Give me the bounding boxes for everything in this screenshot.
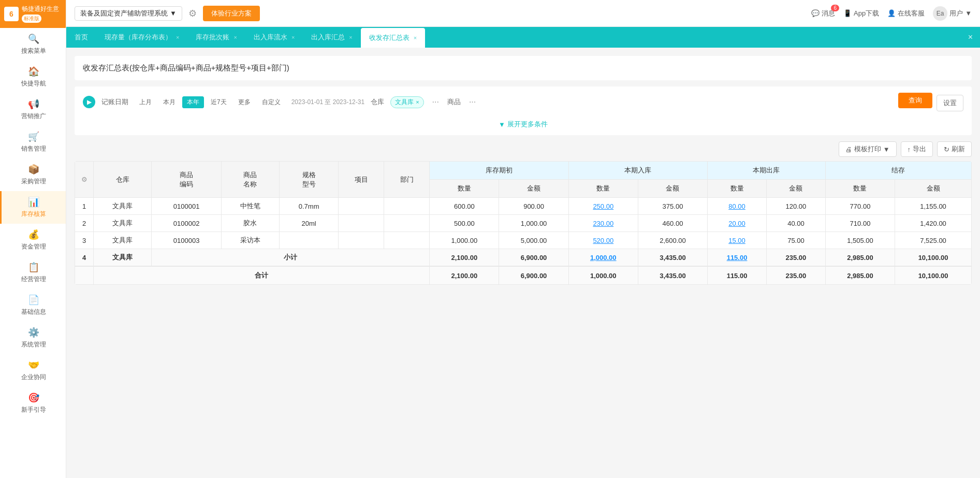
sidebar-icon: 🏠 (28, 66, 39, 77)
tab-close-icon[interactable]: × (349, 34, 352, 40)
total-in-qty: 1,000.00 (568, 266, 638, 285)
tab-close-icon[interactable]: × (176, 34, 179, 40)
sidebar-item-新手引导[interactable]: 🎯新手引导 (0, 387, 66, 419)
expand-icon: ▼ (499, 121, 505, 128)
subtotal-in-qty-link[interactable]: 1,000.00 (590, 254, 617, 262)
page-title: 收发存汇总表(按仓库+商品编码+商品+规格型号+项目+部门) (83, 63, 963, 73)
expand-filter-btn[interactable]: ▼ 展开更多条件 (499, 120, 548, 129)
page-title-bar: 收发存汇总表(按仓库+商品编码+商品+规格型号+项目+部门) (75, 56, 972, 80)
support-icon: 👤 (887, 9, 896, 17)
date-btn-本月[interactable]: 本月 (158, 96, 180, 108)
sidebar-item-搜索菜单[interactable]: 🔍搜索菜单 (0, 28, 66, 61)
sidebar-item-资金管理[interactable]: 💰资金管理 (0, 224, 66, 256)
date-shortcuts: 上月本月本年近7天更多自定义 (135, 96, 285, 108)
date-btn-更多[interactable]: 更多 (233, 96, 255, 108)
col-balance-amt-header: 金额 (895, 180, 972, 198)
gear-icon[interactable]: ⚙ (188, 8, 197, 19)
tab-close-icon[interactable]: × (233, 34, 237, 40)
subtotal-index: 4 (75, 249, 94, 267)
col-in-qty-header: 数量 (568, 180, 638, 198)
system-title: 装备及固定资产辅助管理系统 (80, 9, 168, 18)
cell-in-qty: 250.00 (568, 198, 638, 215)
sidebar-item-营销推广[interactable]: 📢营销推广 (0, 93, 66, 126)
sidebar-item-销售管理[interactable]: 🛒销售管理 (0, 126, 66, 158)
sidebar-item-经营管理[interactable]: 📋经营管理 (0, 256, 66, 289)
total-row: 合计 2,100.00 6,900.00 1,000.00 3,435.00 1… (75, 266, 972, 285)
col-warehouse-header: 仓库 (94, 162, 152, 198)
sidebar-label: 新手引导 (21, 405, 46, 414)
cell-project (339, 232, 384, 249)
cell-warehouse: 文具库 (94, 198, 152, 215)
user-menu[interactable]: Ea 用户 ▼ (933, 6, 972, 21)
system-selector[interactable]: 装备及固定资产辅助管理系统 ▼ (75, 6, 182, 21)
table-wrapper: ⚙ 仓库 商品编码 商品名称 规格型号 项目 部门 库存期初 本期入库 本期出库… (75, 161, 972, 285)
subtotal-row: 4 文具库 小计 2,100.00 6,900.00 1,000.00 3,43… (75, 249, 972, 267)
sidebar-icon: 🎯 (28, 392, 39, 403)
in-qty-link[interactable]: 230.00 (593, 220, 613, 227)
tab-bar-close-btn[interactable]: × (961, 27, 980, 47)
sidebar-icon: ⚙️ (28, 327, 39, 338)
tab-close-icon[interactable]: × (291, 34, 295, 40)
out-qty-link[interactable]: 20.00 (728, 220, 745, 227)
col-gear-header[interactable]: ⚙ (75, 162, 94, 198)
setting-button[interactable]: 设置 (937, 95, 963, 111)
cell-balance-amt: 1,420.00 (895, 215, 972, 232)
sidebar-item-快捷导航[interactable]: 🏠快捷导航 (0, 61, 66, 93)
col-opening-header: 库存期初 (430, 162, 568, 180)
refresh-button[interactable]: ↻ 刷新 (937, 141, 972, 157)
sidebar-label: 快捷导航 (21, 79, 46, 88)
total-out-amt: 235.00 (766, 266, 825, 285)
col-in-amt-header: 金额 (638, 180, 707, 198)
col-department-header: 部门 (384, 162, 430, 198)
out-qty-link[interactable]: 80.00 (728, 202, 745, 210)
date-btn-上月[interactable]: 上月 (135, 96, 156, 108)
sidebar-item-库存核算[interactable]: 📊库存核算 (0, 191, 66, 224)
out-qty-link[interactable]: 15.00 (728, 237, 745, 244)
tab-label: 库存批次账 (196, 33, 229, 42)
warehouse-more-btn[interactable]: ··· (430, 97, 441, 107)
trial-button[interactable]: 体验行业方案 (203, 6, 260, 21)
subtotal-out-qty-link[interactable]: 115.00 (727, 254, 748, 262)
in-qty-link[interactable]: 520.00 (593, 237, 613, 244)
tab-label: 出入库流水 (254, 33, 287, 42)
date-btn-本年[interactable]: 本年 (182, 96, 204, 108)
total-opening-qty: 2,100.00 (430, 266, 499, 285)
cell-out-qty: 15.00 (708, 232, 767, 249)
tab-现存量（库存分布表）[interactable]: 现存量（库存分布表）× (96, 27, 187, 47)
app-download-button[interactable]: 📱 App下载 (843, 9, 879, 18)
sidebar-item-企业协同[interactable]: 🤝企业协同 (0, 354, 66, 387)
tab-label: 出入库汇总 (311, 33, 345, 42)
warehouse-label: 仓库 (371, 97, 384, 107)
sidebar-item-基础信息[interactable]: 📄基础信息 (0, 289, 66, 322)
col-goods-name-header: 商品名称 (221, 162, 279, 198)
col-balance-qty-header: 数量 (825, 180, 895, 198)
tab-出入库流水[interactable]: 出入库流水× (245, 27, 303, 47)
in-qty-link[interactable]: 250.00 (593, 202, 613, 210)
date-btn-近7天[interactable]: 近7天 (206, 96, 231, 108)
export-button[interactable]: ↑ 导出 (901, 141, 933, 157)
date-btn-自定义[interactable]: 自定义 (257, 96, 285, 108)
online-support-button[interactable]: 👤 在线客服 (887, 9, 925, 18)
total-gear (75, 266, 94, 285)
cell-opening-qty: 600.00 (430, 198, 499, 215)
tab-库存批次账[interactable]: 库存批次账× (187, 27, 245, 47)
tab-label: 首页 (75, 33, 88, 42)
subtotal-in-amt: 3,435.00 (638, 249, 707, 267)
print-button[interactable]: 🖨 模板打印 ▼ (839, 141, 897, 157)
tab-出入库汇总[interactable]: 出入库汇总× (303, 27, 360, 47)
sidebar-item-采购管理[interactable]: 📦采购管理 (0, 158, 66, 191)
tab-收发存汇总表[interactable]: 收发存汇总表× (361, 28, 425, 48)
cell-department (384, 198, 430, 215)
cell-goods-name: 胶水 (221, 215, 279, 232)
warehouse-tag-close[interactable]: × (416, 99, 419, 105)
avatar: Ea (933, 6, 947, 21)
messages-button[interactable]: 💬 消息 6 (811, 9, 835, 18)
goods-more-btn[interactable]: ··· (467, 97, 478, 107)
tab-首页[interactable]: 首页 (66, 27, 96, 47)
tab-close-icon[interactable]: × (414, 35, 417, 41)
sidebar-item-系统管理[interactable]: ⚙️系统管理 (0, 322, 66, 354)
sidebar-label: 系统管理 (21, 340, 46, 349)
sidebar-label: 营销推广 (21, 112, 46, 121)
query-button[interactable]: 查询 (898, 93, 932, 108)
filter-toggle-btn[interactable]: ▶ (83, 96, 95, 108)
